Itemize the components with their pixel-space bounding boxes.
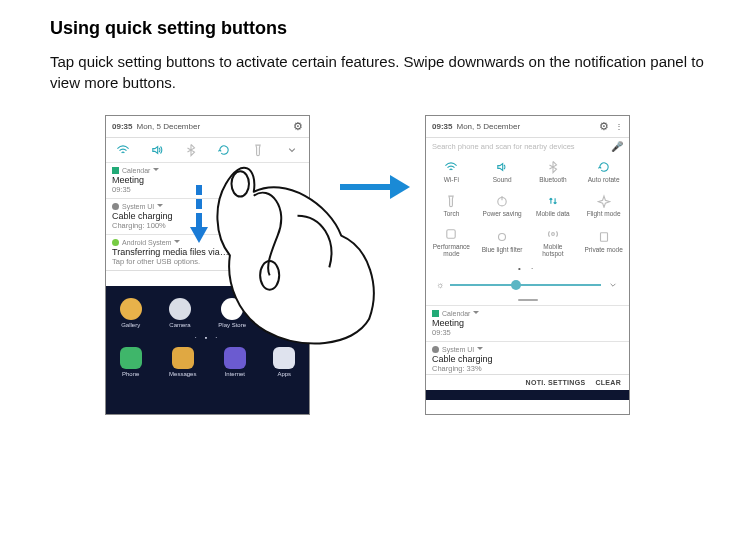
expand-icon[interactable] — [285, 143, 299, 157]
status-bar: 09:35 Mon, 5 December ⚙ — [106, 116, 309, 138]
notification-title: Meeting — [432, 318, 623, 328]
search-placeholder: Search phone and scan for nearby devices — [432, 142, 575, 151]
notification-actions: NOTI. SETTINGS CLEAR — [426, 374, 629, 390]
noti-settings-button[interactable]: NOTI. SETTINGS — [526, 379, 586, 386]
phone-right: 09:35 Mon, 5 December ⚙ ⋮ Search phone a… — [425, 115, 630, 415]
svg-rect-0 — [196, 185, 202, 195]
notification-calendar[interactable]: Calendar Meeting 09:35 — [426, 305, 629, 341]
tiles-row-2: Torch Power saving Mobile data Flight mo… — [426, 189, 629, 223]
search-field[interactable]: Search phone and scan for nearby devices… — [426, 138, 629, 155]
drag-handle[interactable] — [518, 299, 538, 301]
mic-icon[interactable]: 🎤 — [611, 141, 623, 152]
svg-point-11 — [551, 233, 554, 236]
svg-rect-2 — [196, 213, 202, 227]
quick-settings-row — [106, 138, 309, 162]
bluetooth-icon[interactable] — [184, 143, 198, 157]
sound-icon[interactable] — [150, 143, 164, 157]
notification-app: Calendar — [432, 310, 623, 317]
app-messages[interactable]: Messages — [169, 347, 196, 377]
settings-icon[interactable]: ⚙ — [599, 120, 609, 133]
homescreen-peek — [426, 390, 629, 400]
clear-button[interactable]: CLEAR — [595, 379, 621, 386]
tiles-row-3: Performance mode Blue light filter Mobil… — [426, 222, 629, 262]
tile-data[interactable]: Mobile data — [532, 194, 574, 218]
svg-point-10 — [499, 234, 506, 241]
tile-private[interactable]: Private mode — [583, 230, 625, 254]
notification-title: Cable charging — [432, 354, 623, 364]
notification-sub: Charging: 33% — [432, 364, 623, 373]
svg-rect-1 — [196, 199, 202, 209]
tile-power[interactable]: Power saving — [481, 194, 523, 218]
svg-rect-12 — [600, 233, 607, 241]
swipe-down-icon — [190, 185, 208, 245]
chevron-down-icon[interactable] — [607, 279, 619, 291]
arrow-right-icon — [340, 175, 410, 203]
wifi-icon[interactable] — [116, 143, 130, 157]
svg-marker-7 — [390, 175, 410, 199]
heading: Using quick setting buttons — [50, 18, 710, 39]
tile-wifi[interactable]: Wi-Fi — [430, 160, 472, 184]
page-indicator: • · — [426, 262, 629, 275]
tiles-row-1: Wi-Fi Sound Bluetooth Auto rotate — [426, 155, 629, 189]
svg-rect-6 — [340, 184, 390, 190]
status-time: 09:35 — [112, 122, 132, 131]
status-time: 09:35 — [432, 122, 452, 131]
app-gallery[interactable]: Gallery — [120, 298, 142, 328]
tile-torch[interactable]: Torch — [430, 194, 472, 218]
app-phone[interactable]: Phone — [120, 347, 142, 377]
notification-app: System UI — [432, 346, 623, 353]
torch-icon[interactable] — [251, 143, 265, 157]
settings-icon[interactable]: ⚙ — [293, 120, 303, 133]
tile-hotspot[interactable]: Mobile hotspot — [532, 227, 574, 257]
tile-bluelight[interactable]: Blue light filter — [481, 230, 523, 254]
svg-point-4 — [231, 171, 248, 196]
tile-flight[interactable]: Flight mode — [583, 194, 625, 218]
status-bar: 09:35 Mon, 5 December ⚙ ⋮ — [426, 116, 629, 138]
app-camera[interactable]: Camera — [169, 298, 191, 328]
tile-performance[interactable]: Performance mode — [430, 227, 472, 257]
status-date: Mon, 5 December — [136, 122, 293, 131]
notification-system[interactable]: System UI Cable charging Charging: 33% — [426, 341, 629, 374]
tile-rotate[interactable]: Auto rotate — [583, 160, 625, 184]
tile-sound[interactable]: Sound — [481, 160, 523, 184]
tile-bluetooth[interactable]: Bluetooth — [532, 160, 574, 184]
notification-sub: 09:35 — [432, 328, 623, 337]
svg-point-5 — [260, 261, 279, 290]
svg-marker-3 — [190, 227, 208, 243]
brightness-icon: ☼ — [436, 280, 444, 290]
svg-rect-9 — [447, 230, 455, 238]
brightness-slider[interactable]: ☼ — [426, 275, 629, 295]
illustration-stage: 09:35 Mon, 5 December ⚙ Calendar Meeting… — [50, 115, 710, 445]
rotate-icon[interactable] — [217, 143, 231, 157]
status-date: Mon, 5 December — [456, 122, 599, 131]
more-icon[interactable]: ⋮ — [615, 122, 623, 131]
intro-text: Tap quick setting buttons to activate ce… — [50, 51, 710, 93]
